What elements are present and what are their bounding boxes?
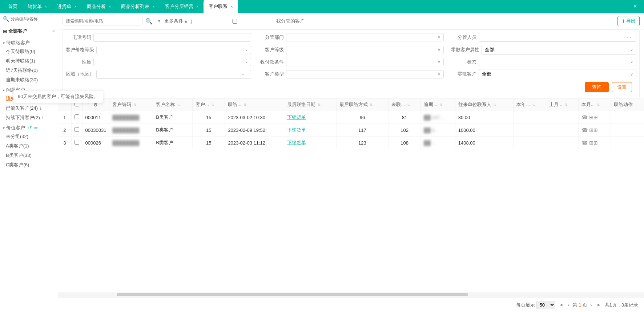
col-code[interactable]: 客户编码 ⇅ [109,98,153,111]
cell-checkbox-2[interactable] [71,137,82,149]
nav-product-analysis[interactable]: 商品分析 × [82,0,116,13]
nav-close-customer-tiering[interactable]: × [196,0,198,13]
nav-purchase-order[interactable]: 进货单 × [52,0,81,13]
region-select[interactable]: ··· [96,70,251,79]
manager-dots[interactable]: ··· [625,35,633,40]
zero-attr-select[interactable]: 全部 ∨ [482,45,636,55]
sidebar-all-customers[interactable]: ⊞ 全部客户 « [0,25,58,37]
nav-sales-order[interactable]: 销货单 × [23,0,52,13]
cell-overdue-2: 108 [389,137,421,149]
action-contact-icon-2[interactable]: ☎ [581,140,588,146]
cell-code-1: 00030031 [82,124,109,137]
sidebar-item-declining[interactable]: 持续下滑客户(2) ℹ [0,113,58,122]
nav-customer-tiering[interactable]: 客户分层经营 × [160,0,204,13]
col-this-month[interactable]: 本月... ⇅ [578,98,611,111]
gender-select[interactable]: ∨ [93,58,251,66]
cell-actions-2: ☎ ⊞⊞ [578,137,611,149]
scroll-thumb[interactable] [117,293,468,296]
zero-customer-chevron: ∨ [630,72,633,77]
nav-close-product-analysis[interactable]: × [109,0,111,13]
dept-select[interactable]: ∨ [286,33,444,41]
nav-close-customer-contact[interactable]: × [230,0,233,13]
my-customers-checkbox-label[interactable]: 我分管的客户 [195,18,305,24]
sidebar-section-value-customers[interactable]: 价值客户 ↺ ✏ [0,122,58,132]
filter-customer-type: 客户类型 ∨ [258,70,444,78]
first-page-button[interactable]: ⊲ [558,302,565,308]
next-page-button[interactable]: › [589,302,593,308]
table-row: 2 00030031 ████████ B类客户 15 2023-02-09 1… [58,124,644,137]
sidebar-item-class-c[interactable]: C类客户(6) [0,160,58,170]
section-arrow-problem [3,88,5,92]
horizontal-scrollbar[interactable] [58,292,644,297]
query-button[interactable]: 查询 [585,82,609,92]
section-arrow-value [3,126,5,130]
col-last-date[interactable]: 最后联络日期 ⇅ [284,98,336,111]
prev-page-button[interactable]: ‹ [567,302,571,308]
close-window-button[interactable]: × [629,3,641,10]
export-button[interactable]: ⬇ 导出 [617,16,640,26]
search-button[interactable]: 🔍 [145,18,153,25]
nav-home[interactable]: 首页 [3,0,23,13]
col-this-year[interactable]: 本年... ⇅ [514,98,546,111]
action-more-icon-0[interactable]: ⊞⊞ [589,114,598,120]
nav-close-sales-order[interactable]: × [45,0,47,13]
action-more-icon-2[interactable]: ⊞⊞ [589,140,598,146]
col-contact-count[interactable]: 联络... ⇅ [225,98,284,111]
cell-last-type-1[interactable]: 下销货单 [284,124,336,137]
nav-product-analysis-list[interactable]: 商品分析列表 × [116,0,160,13]
action-contact-icon-0[interactable]: ☎ [581,114,588,120]
region-dots[interactable]: ··· [240,72,248,77]
col-not-contacted[interactable]: 未联... ⇅ [389,98,421,111]
status-select[interactable]: ∨ [479,58,636,66]
cell-last-type-2[interactable]: 下销货单 [284,137,336,149]
col-type[interactable]: 客户... ⇅ [193,98,225,111]
col-contact-person[interactable]: 往来单位联系人 ⇅ [455,98,514,111]
my-customers-checkbox[interactable] [195,19,275,24]
cell-name-2: ████████ [109,137,153,149]
sidebar-item-class-a[interactable]: A类客户(1) [0,141,58,151]
price-level-select[interactable]: ∨ [96,46,251,54]
col-last-month[interactable]: 上月... ⇅ [546,98,578,111]
more-conditions-button[interactable]: 更多条件 ▲ [164,18,188,24]
refresh-icon[interactable]: ↺ [28,125,32,131]
cell-seq-0: 1 [58,111,71,124]
sidebar-item-overdue-pending[interactable]: 逾期未联络(30) [0,75,58,85]
zero-customer-select[interactable]: 全部 ∨ [479,69,636,79]
last-page-button[interactable]: ⊳ [595,302,602,308]
cell-checkbox-0[interactable] [71,111,82,124]
sidebar-item-today-pending[interactable]: 今天待联络(0) [0,47,58,56]
search-input[interactable] [63,17,142,25]
sidebar-item-churned[interactable]: 已流失客户(24) ℹ [0,104,58,113]
payment-select[interactable]: ∨ [286,58,444,66]
dept-chevron-icon: ∨ [438,35,440,40]
customer-level-select[interactable]: ∨ [286,46,444,54]
nav-close-product-list[interactable]: × [152,0,154,13]
action-contact-icon-1[interactable]: ☎ [581,127,588,133]
per-page-select[interactable]: 50 100 200 [536,301,555,309]
customer-type-select[interactable]: ∨ [286,70,444,78]
nav-customer-contact[interactable]: 客户联系 × [204,0,238,13]
settings-button[interactable]: 设置 [612,82,632,92]
sidebar-item-tomorrow-pending[interactable]: 明天待联络(1) [0,56,58,66]
col-overdue[interactable]: 逾期... ⇅ [421,98,455,111]
cell-this-month-0 [546,111,578,124]
sidebar-item-ungrouped[interactable]: 未分组(32) [0,132,58,141]
cell-checkbox-1[interactable] [71,124,82,137]
action-more-icon-1[interactable]: ⊞⊞ [589,127,598,133]
sidebar-collapse-icon[interactable]: « [52,29,55,34]
filter-gender: 性质 ∨ [66,58,251,66]
col-name[interactable]: 客户名称 ⇅ [153,98,193,111]
cell-seq-2: 3 [58,137,71,149]
edit-value-icon[interactable]: ✏ [34,125,38,131]
sidebar-search-input[interactable] [11,16,58,21]
manager-select[interactable]: ··· [479,33,636,42]
phone-input[interactable] [93,33,251,42]
sidebar-item-week-pending[interactable]: 近7天待联络(0) [0,66,58,75]
col-last-type[interactable]: 最后联络方式 ⇅ [336,98,388,111]
cell-last-type-0[interactable]: 下销货单 [284,111,336,124]
nav-close-purchase-order[interactable]: × [74,0,76,13]
cell-last-date-2: 2023-02-03 11:12: [225,137,284,149]
filter-panel: 电话号码 分管部门 ∨ 分管人员 ··· [63,29,640,98]
sidebar-section-pending-contact[interactable]: 待联络客户 [0,37,58,47]
sidebar-item-class-b[interactable]: B类客户(33) [0,151,58,160]
